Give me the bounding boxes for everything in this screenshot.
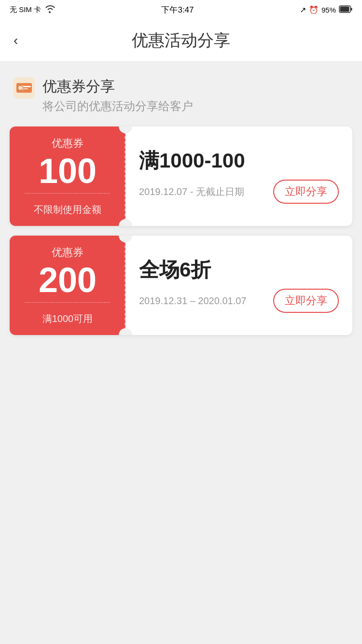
- status-left: 无 SIM 卡: [10, 5, 56, 14]
- section-title: 优惠券分享: [42, 76, 193, 97]
- coupon-meta-1: 2019.12.07 - 无截止日期 立即分享: [139, 180, 339, 204]
- bottom-area: [0, 350, 362, 543]
- coupons-list: 优惠券 100 不限制使用金额 满1000-100 2019.12.07 - 无…: [0, 122, 362, 350]
- svg-rect-7: [23, 86, 31, 87]
- coupon-divider-1: [25, 193, 110, 194]
- coupon-card-2: 优惠券 200 满1000可用 全场6折 2019.12.31 – 2020.0…: [10, 236, 352, 335]
- back-button[interactable]: ‹: [14, 33, 18, 48]
- no-sim-label: 无 SIM 卡: [10, 5, 41, 14]
- share-button-1[interactable]: 立即分享: [273, 180, 339, 204]
- coupon-date-1: 2019.12.07 - 无截止日期: [139, 185, 244, 198]
- coupon-amount-1: 100: [39, 154, 97, 188]
- svg-rect-6: [22, 85, 23, 91]
- coupon-left-2: 优惠券 200 满1000可用: [10, 236, 125, 335]
- status-time: 下午3:47: [161, 4, 194, 15]
- coupon-amount-2: 200: [39, 263, 97, 297]
- coupon-date-2: 2019.12.31 – 2020.01.07: [139, 295, 246, 307]
- status-right: ↗ ⏰ 95%: [300, 5, 352, 14]
- status-bar: 无 SIM 卡 下午3:47 ↗ ⏰ 95%: [0, 0, 362, 19]
- nav-bar: ‹ 优惠活动分享: [0, 19, 362, 62]
- battery-icon: [339, 5, 352, 14]
- coupon-divider-2: [25, 302, 110, 303]
- coupon-card-1: 优惠券 100 不限制使用金额 满1000-100 2019.12.07 - 无…: [10, 126, 352, 226]
- coupon-meta-2: 2019.12.31 – 2020.01.07 立即分享: [139, 289, 339, 313]
- coupon-label-2: 优惠券: [52, 245, 84, 260]
- coupon-label-1: 优惠券: [52, 136, 84, 151]
- alarm-icon: ⏰: [309, 5, 319, 14]
- location-icon: ↗: [300, 5, 306, 14]
- coupon-separator-2: [125, 236, 125, 335]
- section-subtitle: 将公司的优惠活动分享给客户: [42, 98, 193, 114]
- coupon-condition-2: 满1000可用: [39, 312, 97, 325]
- battery-label: 95%: [321, 6, 336, 14]
- coupon-title-2: 全场6折: [139, 258, 339, 282]
- section-text: 优惠券分享 将公司的优惠活动分享给客户: [42, 76, 193, 114]
- svg-point-5: [18, 86, 22, 90]
- page-title: 优惠活动分享: [132, 29, 230, 52]
- coupon-right-1: 满1000-100 2019.12.07 - 无截止日期 立即分享: [125, 126, 352, 226]
- coupon-title-1: 满1000-100: [139, 149, 339, 173]
- share-button-2[interactable]: 立即分享: [273, 289, 339, 313]
- svg-rect-2: [340, 6, 349, 12]
- coupon-condition-1: 不限制使用金额: [30, 203, 105, 216]
- wifi-icon: [45, 5, 56, 14]
- svg-rect-8: [23, 88, 28, 89]
- svg-rect-1: [351, 8, 352, 11]
- coupon-share-icon: [14, 77, 35, 98]
- coupon-separator-1: [125, 126, 125, 226]
- section-header: 优惠券分享 将公司的优惠活动分享给客户: [0, 62, 362, 122]
- coupon-right-2: 全场6折 2019.12.31 – 2020.01.07 立即分享: [125, 236, 352, 335]
- coupon-left-1: 优惠券 100 不限制使用金额: [10, 126, 125, 226]
